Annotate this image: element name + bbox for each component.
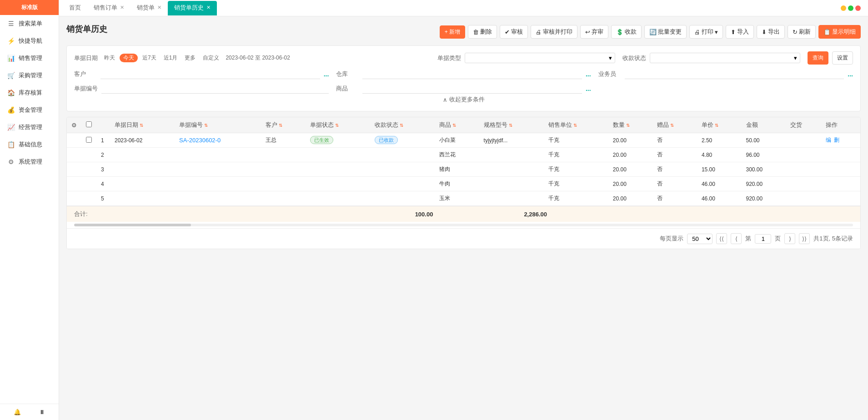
doc-type-dropdown-icon: ▾ (609, 55, 612, 61)
row-checkbox[interactable] (86, 137, 92, 143)
new-button[interactable]: + 新增 (440, 25, 465, 39)
collect-button[interactable]: 💲 收款 (611, 25, 642, 39)
date-btn-more[interactable]: 更多 (182, 54, 198, 62)
tab-sales-history[interactable]: 销货单历史 ✕ (168, 1, 217, 15)
select-all-checkbox[interactable] (86, 121, 92, 127)
edit-btn[interactable]: 编 (826, 136, 831, 144)
sidebar-notification-icon[interactable]: 🔔 (14, 409, 21, 415)
tab-close-sales-order[interactable]: ✕ (120, 5, 124, 10)
window-minimize-btn[interactable] (841, 5, 846, 11)
batch-change-button[interactable]: 🔄 批量变更 (644, 25, 687, 39)
row-price-cell: 15.00 (697, 162, 742, 177)
audit-print-button[interactable]: 🖨 审核并打印 (531, 25, 577, 39)
col-goods[interactable]: 商品 ⇅ (435, 117, 479, 133)
date-btn-yesterday[interactable]: 昨天 (101, 54, 118, 62)
window-close-btn[interactable] (855, 5, 861, 11)
table-header: ⚙ 单据日期 ⇅ (67, 117, 860, 133)
horizontal-scrollbar[interactable] (67, 222, 860, 228)
table-settings-icon[interactable]: ⚙ (71, 122, 77, 129)
tab-sales-order[interactable]: 销售订单 ✕ (87, 1, 130, 15)
col-doc-status[interactable]: 单据状态 ⇅ (306, 117, 370, 133)
page-label: 第 (745, 235, 751, 243)
date-btn-7days[interactable]: 近7天 (140, 54, 159, 62)
export-button[interactable]: ⬇ 导出 (757, 25, 785, 39)
sidebar-item-finance[interactable]: 💰 资金管理 (0, 101, 59, 119)
customer-filter-label: 客户 (74, 70, 97, 78)
abandon-button[interactable]: ↩ 弃审 (580, 25, 608, 39)
col-action: 操作 (821, 117, 860, 133)
delete-button[interactable]: 🗑 删除 (468, 25, 497, 39)
window-maximize-btn[interactable] (848, 5, 853, 11)
prev-page-btn[interactable]: ⟨ (731, 233, 742, 244)
tab-sales-goods[interactable]: 销货单 ✕ (130, 1, 168, 15)
col-payment-status[interactable]: 收款状态 ⇅ (370, 117, 435, 133)
row-num-cell: 2 (96, 148, 110, 162)
import-button[interactable]: ⬆ 导入 (726, 25, 754, 39)
date-btn-custom[interactable]: 自定义 (200, 54, 222, 62)
next-page-btn[interactable]: ⟩ (784, 233, 795, 244)
col-unit-sort-icon: ⇅ (573, 123, 577, 128)
row-doc-status-cell (306, 191, 370, 206)
row-delete-btn[interactable]: 删 (834, 136, 839, 144)
per-page-select[interactable]: 50 100 200 (687, 234, 712, 244)
warehouse-picker-btn[interactable]: ... (586, 70, 591, 78)
col-action-label: 操作 (826, 121, 838, 128)
row-doc-status-cell: 已生效 (306, 133, 370, 148)
customer-picker-btn[interactable]: ... (324, 70, 329, 78)
col-qty[interactable]: 数量 ⇅ (608, 117, 653, 133)
sidebar-item-search-menu[interactable]: ☰ 搜索菜单 (0, 15, 59, 32)
row-price-cell: 4.80 (697, 148, 742, 162)
show-detail-button[interactable]: 📋 显示明细 (818, 25, 861, 39)
sidebar-item-quick-nav[interactable]: ⚡ 快捷导航 (0, 32, 59, 50)
salesperson-input[interactable] (625, 69, 844, 79)
col-doc-number-sort-icon: ⇅ (204, 123, 208, 128)
settings-button[interactable]: 设置 (832, 51, 853, 65)
goods-picker-btn[interactable]: ... (586, 85, 591, 92)
sidebar-item-basic-info[interactable]: 📋 基础信息 (0, 136, 59, 153)
col-unit[interactable]: 销售单位 ⇅ (544, 117, 608, 133)
date-quick-buttons: 昨天 今天 近7天 近1月 更多 自定义 2023-06-02 至 2023-0… (101, 54, 290, 62)
date-btn-today[interactable]: 今天 (120, 54, 138, 62)
sidebar-item-operations[interactable]: 📈 经营管理 (0, 119, 59, 136)
date-btn-1month[interactable]: 近1月 (161, 54, 181, 62)
salesperson-picker-btn[interactable]: ... (848, 70, 853, 78)
doc-number-input[interactable] (101, 84, 329, 94)
col-gift[interactable]: 赠品 ⇅ (652, 117, 697, 133)
sidebar-pause-icon[interactable]: ⏸ (39, 409, 45, 415)
collapse-filter-btn[interactable]: ∧ 收起更多条件 (74, 94, 853, 105)
col-customer[interactable]: 客户 ⇅ (261, 117, 306, 133)
col-spec[interactable]: 规格型号 ⇅ (479, 117, 544, 133)
query-button[interactable]: 查询 (808, 51, 828, 65)
col-doc-number[interactable]: 单据编号 ⇅ (175, 117, 261, 133)
total-label: 合计: (74, 210, 88, 218)
scrollbar-thumb[interactable] (74, 224, 191, 226)
last-page-btn[interactable]: ⟩⟩ (799, 233, 810, 244)
doc-type-select[interactable]: ▾ (465, 53, 615, 63)
col-customer-label: 客户 (266, 121, 277, 129)
sidebar-item-label: 系统管理 (19, 158, 42, 166)
tab-close-sales-goods[interactable]: ✕ (157, 5, 161, 10)
row-qty-cell: 20.00 (608, 148, 653, 162)
customer-input[interactable] (100, 69, 320, 79)
page-number-input[interactable]: 1 (755, 234, 771, 244)
row-price-cell: 2.50 (697, 133, 742, 148)
tab-close-sales-history[interactable]: ✕ (206, 5, 211, 10)
tab-home[interactable]: 首页 (63, 1, 87, 15)
audit-button[interactable]: ✔ 审核 (500, 25, 528, 39)
sidebar-item-system-mgmt[interactable]: ⚙ 系统管理 (0, 153, 59, 170)
first-page-btn[interactable]: ⟨⟨ (716, 233, 727, 244)
col-price[interactable]: 单价 ⇅ (697, 117, 742, 133)
sidebar-item-sales-mgmt[interactable]: 📊 销售管理 (0, 50, 59, 67)
refresh-button[interactable]: ↻ 刷新 (788, 25, 816, 39)
table-row: 5 玉米 千克 20.00 否 46.00 920.00 (67, 191, 860, 206)
col-settings[interactable]: ⚙ (67, 117, 81, 133)
col-doc-date[interactable]: 单据日期 ⇅ (110, 117, 175, 133)
warehouse-input[interactable] (362, 69, 582, 79)
print-button[interactable]: 🖨 打印 ▾ (689, 25, 723, 39)
row-price-cell: 46.00 (697, 191, 742, 206)
doc-number-link[interactable]: SA-20230602-0 (179, 137, 221, 144)
goods-input[interactable] (362, 84, 582, 94)
sidebar-item-purchase-mgmt[interactable]: 🛒 采购管理 (0, 67, 59, 84)
payment-status-select[interactable]: ▾ (650, 53, 800, 63)
sidebar-item-inventory[interactable]: 🏠 库存核算 (0, 84, 59, 101)
